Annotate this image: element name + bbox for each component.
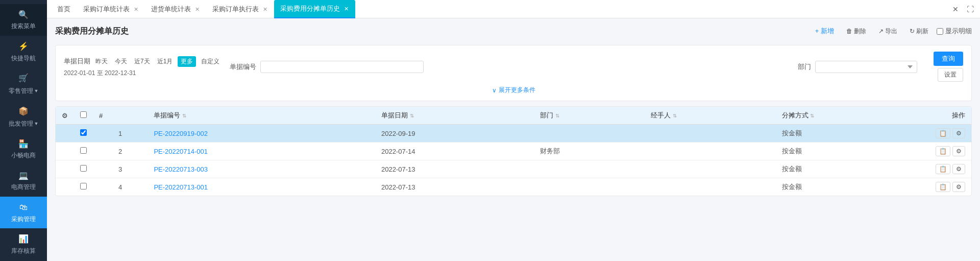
delete-button[interactable]: 🗑 删除	[842, 25, 870, 38]
col-dept[interactable]: 部门 ⇅	[534, 107, 645, 125]
shortcut-more[interactable]: 更多	[178, 56, 196, 67]
chevron-down-icon: ▼	[34, 88, 39, 94]
row4-split-method: 按金额	[776, 178, 929, 196]
row3-handler	[645, 160, 776, 178]
row4-view-btn[interactable]: 📋	[936, 182, 950, 192]
row4-more-btn[interactable]: ⚙	[952, 182, 965, 192]
sidebar-item-quick-nav[interactable]: ⚡ 快捷导航	[0, 36, 47, 67]
row2-actions: 📋 ⚙	[929, 143, 971, 160]
shortcut-yesterday[interactable]: 昨天	[93, 56, 110, 67]
sidebar-item-mini-shop[interactable]: 🏪 小畅电商	[0, 133, 47, 165]
col-settings[interactable]: ⚙	[56, 107, 74, 125]
row3-checkbox[interactable]	[80, 165, 87, 172]
sidebar-item-wholesale[interactable]: 📦 批发管理 ▼	[0, 101, 47, 133]
sidebar-item-search[interactable]: 🔍 搜索菜单	[0, 4, 47, 36]
lightning-icon: ⚡	[2, 41, 45, 52]
sort-handler-icon: ⇅	[673, 113, 677, 118]
table-row: 3 PE-20220713-003 2022-07-13 按金额 📋 ⚙	[56, 160, 971, 178]
tab-purchase-order-stats[interactable]: 采购订单统计表 ✕	[77, 0, 145, 18]
row1-view-btn[interactable]: 📋	[936, 128, 950, 138]
tab-purchase-fee-history[interactable]: 采购费用分摊单历史 ✕	[274, 0, 355, 18]
row2-split-method: 按金额	[776, 143, 929, 160]
row1-handler	[645, 125, 776, 143]
close-tab-purchase-fee-history[interactable]: ✕	[344, 0, 349, 18]
sidebar-item-inventory[interactable]: 📊 库存核算	[0, 228, 47, 260]
row1-more-btn[interactable]: ⚙	[952, 128, 965, 138]
mini-shop-icon: 🏪	[2, 138, 45, 150]
row3-dept	[534, 160, 645, 178]
row4-checkbox-cell	[74, 178, 93, 196]
delete-icon: 🗑	[846, 28, 852, 35]
filter-settings-button[interactable]: 设置	[938, 68, 963, 82]
row1-checkbox-cell	[74, 125, 93, 143]
add-button[interactable]: + 新增	[811, 25, 838, 38]
expand-row: ∨ 展开更多条件	[64, 86, 963, 94]
row1-num: 1	[93, 125, 148, 143]
close-tab-inbound-stats[interactable]: ✕	[195, 0, 200, 18]
doc-number-input[interactable]	[260, 61, 424, 73]
row3-view-btn[interactable]: 📋	[936, 164, 950, 174]
dept-select[interactable]: 财务部	[815, 61, 917, 73]
row4-checkbox[interactable]	[80, 183, 87, 189]
col-handler[interactable]: 经手人 ⇅	[645, 107, 776, 125]
tab-bar-actions: ✕ ⛶	[950, 3, 976, 15]
row3-split-method: 按金额	[776, 160, 929, 178]
col-num: #	[93, 107, 148, 125]
row3-more-btn[interactable]: ⚙	[952, 164, 965, 174]
col-split-method[interactable]: 分摊方式 ⇅	[776, 107, 929, 125]
date-label: 单据日期	[64, 57, 90, 66]
filter-right-actions: 查询 设置	[934, 52, 963, 82]
close-all-tabs-icon[interactable]: ✕	[950, 3, 961, 15]
table-body: 1 PE-20220919-002 2022-09-19 按金额 📋 ⚙	[56, 125, 971, 196]
refresh-icon: ↻	[910, 28, 915, 35]
close-tab-purchase-order-exec[interactable]: ✕	[263, 0, 267, 18]
row2-view-btn[interactable]: 📋	[936, 146, 950, 156]
row2-checkbox[interactable]	[80, 147, 87, 154]
row2-doc-number-link[interactable]: PE-20220714-001	[154, 148, 208, 155]
row1-checkbox[interactable]	[80, 129, 87, 136]
filter-dept-group: 部门 财务部	[798, 61, 925, 73]
show-columns-toggle[interactable]: 显示明细	[937, 27, 972, 36]
date-range-text: 2022-01-01 至 2022-12-31	[64, 69, 222, 78]
col-actions: 操作	[929, 107, 971, 125]
row1-dept	[534, 125, 645, 143]
shortcut-7days[interactable]: 近7天	[132, 56, 152, 67]
query-button[interactable]: 查询	[934, 52, 963, 66]
row3-settings-cell	[56, 160, 74, 178]
select-all-checkbox[interactable]	[80, 111, 87, 118]
row3-actions: 📋 ⚙	[929, 160, 971, 178]
col-checkbox	[74, 107, 93, 125]
row3-doc-number-link[interactable]: PE-20220713-003	[154, 165, 208, 173]
row4-dept	[534, 178, 645, 196]
shortcut-custom[interactable]: 自定义	[199, 56, 222, 67]
sidebar-item-retail[interactable]: 🛒 零售管理 ▼	[0, 67, 47, 100]
table-row: 4 PE-20220713-001 2022-07-13 按金额 📋 ⚙	[56, 178, 971, 196]
row4-actions: 📋 ⚙	[929, 178, 971, 196]
maximize-icon[interactable]: ⛶	[965, 3, 976, 15]
tab-inbound-stats[interactable]: 进货单统计表 ✕	[145, 0, 206, 18]
sidebar-item-ecommerce[interactable]: 💻 电商管理	[0, 165, 47, 197]
row4-settings-cell	[56, 178, 74, 196]
row4-doc-number-link[interactable]: PE-20220713-001	[154, 183, 208, 191]
filter-row: 单据日期 昨天 今天 近7天 近1月 更多 自定义 2022-01-01 至 2…	[64, 52, 963, 82]
shortcut-today[interactable]: 今天	[113, 56, 129, 67]
expand-more-button[interactable]: ∨ 展开更多条件	[492, 86, 535, 94]
row2-dept: 财务部	[534, 143, 645, 160]
col-doc-number[interactable]: 单据编号 ⇅	[148, 107, 375, 125]
page-title: 采购费用分摊单历史	[55, 26, 129, 37]
col-doc-date[interactable]: 单据日期 ⇅	[375, 107, 534, 125]
tab-purchase-order-exec[interactable]: 采购订单执行表 ✕	[206, 0, 274, 18]
page-content: 采购费用分摊单历史 + 新增 🗑 删除 ↗ 导出 ↻ 刷新 显示明细	[47, 18, 980, 261]
row1-doc-number-link[interactable]: PE-20220919-002	[154, 130, 208, 137]
sidebar-item-purchase[interactable]: 🛍 采购管理	[0, 197, 47, 228]
close-tab-purchase-order-stats[interactable]: ✕	[134, 0, 138, 18]
sort-doc-date-icon: ⇅	[410, 113, 414, 118]
row1-doc-number: PE-20220919-002	[148, 125, 375, 143]
refresh-button[interactable]: ↻ 刷新	[905, 25, 933, 38]
row2-more-btn[interactable]: ⚙	[952, 146, 965, 156]
tab-home[interactable]: 首页	[51, 0, 77, 18]
show-columns-checkbox[interactable]	[937, 28, 943, 35]
export-button[interactable]: ↗ 导出	[874, 25, 901, 38]
shortcut-1month[interactable]: 近1月	[155, 56, 175, 67]
row2-handler	[645, 143, 776, 160]
